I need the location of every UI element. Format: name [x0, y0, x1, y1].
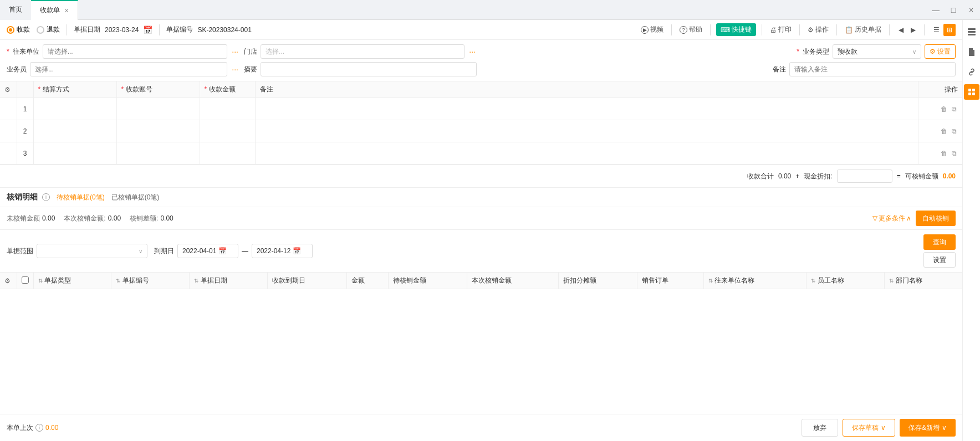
- date-to-value: 2022-04-12: [257, 247, 290, 255]
- td-remark-3[interactable]: [255, 142, 918, 165]
- remark-input[interactable]: [789, 62, 956, 76]
- copy-icon-3[interactable]: ⧉: [951, 148, 958, 158]
- bottom-table-settings-icon[interactable]: ⚙: [4, 277, 11, 285]
- unverified-label: 未核销金额: [7, 214, 40, 223]
- table-settings-icon[interactable]: ⚙: [4, 86, 11, 94]
- biz-type-group: * 业务类型 预收款 ∨ ⚙ 设置: [481, 44, 956, 59]
- td-amount-3[interactable]: [200, 142, 255, 165]
- this-order-info-icon[interactable]: i: [35, 424, 43, 432]
- shortcut-btn[interactable]: ⌨ 快捷键: [716, 23, 756, 36]
- this-order-value: 0.00: [45, 424, 58, 432]
- td-amount-1[interactable]: [200, 98, 255, 120]
- history-btn[interactable]: 📋 历史单据: [843, 24, 884, 35]
- sidebar-icon-doc[interactable]: [964, 44, 979, 60]
- view-grid-btn[interactable]: ⊞: [943, 24, 956, 36]
- footer: 本单上次 i 0.00 放弃 保存草稿 ∨ 保存&新增 ∨: [0, 414, 962, 441]
- radio-refund[interactable]: 退款: [37, 25, 60, 34]
- this-order-label: 本单上次: [7, 423, 33, 433]
- select-all-checkbox[interactable]: [22, 276, 29, 284]
- help-icon: ?: [680, 26, 687, 34]
- date-to-input[interactable]: 2022-04-12 📅: [252, 244, 313, 258]
- sidebar-icon-table[interactable]: [964, 24, 979, 40]
- tab-close-icon[interactable]: ×: [64, 6, 69, 15]
- maximize-button[interactable]: □: [945, 0, 962, 20]
- window-controls: — □ ×: [927, 0, 980, 20]
- due-date-field: 到期日 2022-04-01 📅 — 2022-04-12 📅: [154, 244, 313, 258]
- sidebar-icon-link[interactable]: [964, 64, 979, 80]
- tab-active-label: 收款单: [40, 6, 60, 15]
- td-settle-2[interactable]: [33, 120, 116, 142]
- doc-range-select[interactable]: ∨: [37, 244, 147, 258]
- auto-writeoff-btn[interactable]: 自动核销: [916, 211, 956, 226]
- discount-input[interactable]: [837, 170, 892, 183]
- td-num-2: 2: [17, 120, 33, 142]
- writeoff-info-icon[interactable]: i: [42, 193, 50, 201]
- help-btn[interactable]: ? 帮助: [677, 24, 705, 35]
- td-settle-3[interactable]: [33, 142, 116, 165]
- view-list-btn[interactable]: ☰: [930, 24, 942, 36]
- done-tab[interactable]: 已核销单据(0笔): [111, 193, 160, 202]
- delete-icon-3[interactable]: 🗑: [940, 148, 948, 158]
- calendar-icon[interactable]: 📅: [143, 25, 152, 34]
- video-icon: ▶: [641, 26, 649, 34]
- next-btn[interactable]: ▶: [907, 24, 918, 35]
- partner-input[interactable]: [43, 44, 228, 59]
- bth-staff: ⇅ 员工名称: [807, 273, 885, 289]
- svg-rect-7: [972, 89, 975, 91]
- svg-rect-2: [968, 34, 976, 35]
- shop-select[interactable]: 选择...: [261, 44, 465, 59]
- table-row: 3 🗑 ⧉: [0, 142, 962, 165]
- delete-icon-1[interactable]: 🗑: [940, 104, 948, 114]
- save-new-chevron: ∨: [942, 424, 947, 432]
- summary-input[interactable]: [261, 62, 477, 76]
- copy-icon-2[interactable]: ⧉: [951, 126, 958, 136]
- date-from-value: 2022-04-01: [182, 247, 216, 255]
- save-new-btn[interactable]: 保存&新增 ∨: [900, 419, 956, 437]
- td-num-3: 3: [17, 142, 33, 165]
- bth-staff-label: 员工名称: [818, 276, 844, 284]
- done-label: 已核销单据(0笔): [111, 193, 160, 201]
- abandon-btn[interactable]: 放弃: [802, 419, 838, 437]
- close-button[interactable]: ×: [962, 0, 980, 20]
- filter-right: 查询 设置: [923, 234, 956, 268]
- td-amount-2[interactable]: [200, 120, 255, 142]
- prev-btn[interactable]: ◀: [895, 24, 906, 35]
- shop-more-btn[interactable]: ···: [468, 47, 477, 56]
- td-settle-1[interactable]: [33, 98, 116, 120]
- diff-label: 核销差额:: [130, 214, 158, 223]
- td-account-2[interactable]: [116, 120, 200, 142]
- nav-arrows: ◀ ▶: [895, 24, 918, 35]
- partner-required: *: [7, 48, 9, 55]
- tab-active[interactable]: 收款单 ×: [31, 0, 78, 20]
- filter-settings-btn[interactable]: 设置: [923, 252, 956, 268]
- save-draft-btn[interactable]: 保存草稿 ∨: [843, 419, 895, 437]
- td-settings-2: [0, 120, 17, 142]
- biz-type-select[interactable]: 预收款 ∨: [833, 44, 921, 59]
- bth-discount: 折扣分摊额: [558, 273, 637, 289]
- video-btn[interactable]: ▶ 视频: [639, 24, 666, 35]
- delete-icon-2[interactable]: 🗑: [940, 126, 948, 136]
- staff-input[interactable]: [30, 62, 227, 76]
- td-account-1[interactable]: [116, 98, 200, 120]
- more-conditions-btn[interactable]: ▽ 更多条件 ∧: [872, 214, 911, 223]
- partner-more-btn[interactable]: ···: [231, 47, 239, 56]
- partner-label: 往来单位: [13, 47, 39, 57]
- radio-receipt[interactable]: 收款: [7, 25, 30, 34]
- sidebar-icon-active[interactable]: [964, 84, 979, 100]
- td-account-3[interactable]: [116, 142, 200, 165]
- operate-btn[interactable]: ⚙ 操作: [805, 24, 831, 35]
- radio-refund-dot: [37, 26, 44, 34]
- pending-tab[interactable]: 待核销单据(0笔): [54, 193, 107, 202]
- minimize-button[interactable]: —: [927, 0, 945, 20]
- date-value[interactable]: 2023-03-24: [105, 26, 139, 34]
- copy-icon-1[interactable]: ⧉: [951, 104, 958, 114]
- tab-home[interactable]: 首页: [0, 0, 31, 20]
- td-remark-2[interactable]: [255, 120, 918, 142]
- th-settle: * 结算方式: [33, 81, 116, 98]
- print-btn[interactable]: 🖨 打印: [768, 24, 794, 35]
- staff-more-btn[interactable]: ···: [231, 65, 239, 74]
- settings-button[interactable]: ⚙ 设置: [925, 44, 956, 59]
- td-remark-1[interactable]: [255, 98, 918, 120]
- query-btn[interactable]: 查询: [923, 234, 956, 250]
- date-from-input[interactable]: 2022-04-01 📅: [177, 244, 238, 258]
